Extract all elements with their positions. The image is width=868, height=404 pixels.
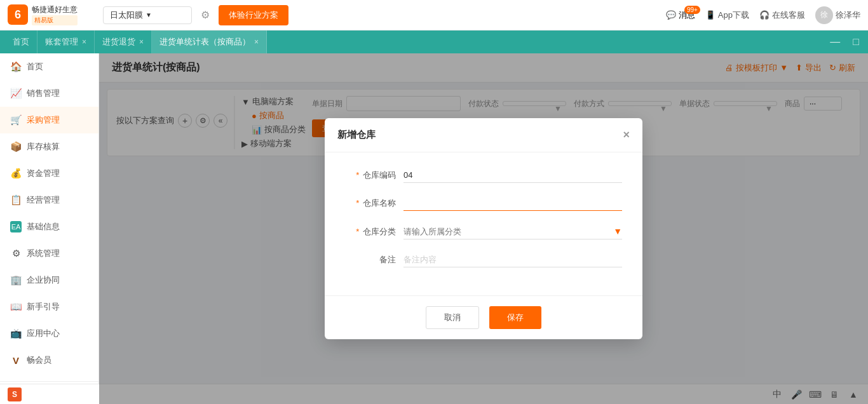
sidebar-item-vip[interactable]: V 畅会员 — [0, 347, 98, 374]
name-input[interactable] — [403, 196, 622, 211]
sidebar-item-basic[interactable]: EA 基础信息 — [0, 213, 98, 240]
inventory-icon: 📦 — [10, 141, 22, 152]
sidebar-item-finance-label: 资金管理 — [27, 168, 60, 179]
note-label: 备注 — [345, 254, 396, 266]
header-right: 💬 消息 99+ 📱 App下载 🎧 在线客服 徐 徐泽华 — [666, 6, 860, 24]
tab-account-close[interactable]: × — [82, 37, 86, 46]
avatar: 徐 — [815, 6, 833, 24]
app-download[interactable]: 📱 App下载 — [705, 10, 749, 21]
gear-icon[interactable]: ⚙ — [198, 6, 212, 24]
tab-home-label: 首页 — [13, 36, 29, 48]
user-name: 徐泽华 — [836, 10, 860, 21]
sidebar-item-guide[interactable]: 📖 新手引导 — [0, 293, 98, 320]
store-selector[interactable]: 日太阳膜 ▼ — [103, 6, 192, 24]
category-select[interactable]: ▼ — [403, 224, 622, 239]
sidebar: 🏠 首页 📈 销售管理 🛒 采购管理 📦 库存核算 💰 资金管理 📋 经营管理 … — [0, 53, 99, 404]
tab-bar: 首页 账套管理 × 进货退货 × 进货单统计表（按商品） × — □ — [0, 30, 868, 53]
form-row-note: 备注 — [345, 252, 622, 267]
tab-home[interactable]: 首页 — [5, 30, 37, 53]
form-row-code: * 仓库编码 — [345, 168, 622, 183]
trial-button[interactable]: 体验行业方案 — [219, 5, 288, 25]
sidebar-item-inventory-label: 库存核算 — [27, 141, 60, 152]
new-warehouse-modal: 新增仓库 × * 仓库编码 * 仓库名称 — [325, 118, 642, 339]
basic-icon: EA — [10, 221, 22, 232]
sidebar-item-operation[interactable]: 📋 经营管理 — [0, 187, 98, 213]
cancel-button[interactable]: 取消 — [426, 306, 479, 329]
sidebar-item-operation-label: 经营管理 — [27, 194, 60, 206]
sidebar-item-sales[interactable]: 📈 销售管理 — [0, 80, 98, 107]
store-name: 日太阳膜 — [110, 10, 143, 21]
s-logo: S — [8, 387, 22, 401]
tab-account[interactable]: 账套管理 × — [37, 30, 95, 53]
save-button[interactable]: 保存 — [489, 306, 541, 329]
sidebar-item-finance[interactable]: 💰 资金管理 — [0, 160, 98, 187]
sidebar-item-guide-label: 新手引导 — [27, 301, 60, 313]
user-area[interactable]: 徐 徐泽华 — [815, 6, 860, 24]
sidebar-item-home-label: 首页 — [27, 61, 43, 72]
code-label: * 仓库编码 — [345, 170, 396, 181]
sidebar-item-vip-label: 畅会员 — [27, 354, 51, 366]
content-area: 进货单统计(按商品) 🖨 按模板打印 ▼ ⬆ 导出 ↻ 刷新 — [99, 53, 868, 404]
required-mark: * — [356, 170, 359, 180]
enterprise-icon: 🏢 — [10, 274, 22, 286]
tab-return-close[interactable]: × — [139, 37, 144, 46]
operation-icon: 📋 — [10, 194, 22, 206]
message-badge: 99+ — [684, 6, 700, 14]
form-row-category: * 仓库分类 ▼ — [345, 224, 622, 239]
tab-stats-close[interactable]: × — [254, 37, 259, 46]
tab-maximize-icon[interactable]: □ — [849, 35, 863, 49]
name-label: * 仓库名称 — [345, 198, 396, 209]
sidebar-item-purchase-label: 采购管理 — [27, 114, 60, 126]
phone-icon: 📱 — [705, 10, 715, 20]
tab-return[interactable]: 进货退货 × — [95, 30, 152, 53]
tab-bar-actions: — □ — [826, 35, 863, 49]
sidebar-item-apps[interactable]: 📺 应用中心 — [0, 320, 98, 347]
sidebar-item-purchase[interactable]: 🛒 采购管理 — [0, 107, 98, 133]
note-input[interactable] — [403, 252, 622, 267]
modal-footer: 取消 保存 — [325, 295, 642, 339]
system-icon: ⚙ — [10, 248, 22, 259]
tab-return-label: 进货退货 — [102, 36, 135, 48]
code-input[interactable] — [403, 168, 622, 183]
sidebar-item-sales-label: 销售管理 — [27, 88, 60, 99]
message-icon: 💬 — [666, 10, 676, 20]
required-mark-3: * — [356, 227, 359, 236]
sidebar-item-enterprise-label: 企业协同 — [27, 274, 60, 286]
category-input[interactable] — [403, 227, 613, 236]
sidebar-item-inventory[interactable]: 📦 库存核算 — [0, 133, 98, 160]
category-label: * 仓库分类 — [345, 226, 396, 238]
modal-title: 新增仓库 — [337, 129, 376, 141]
home-icon: 🏠 — [10, 61, 22, 72]
headset-icon: 🎧 — [759, 10, 770, 20]
chevron-down-icon: ▼ — [146, 11, 152, 18]
tab-minimize-icon[interactable]: — — [826, 35, 844, 49]
tab-stats-label: 进货单统计表（按商品） — [159, 36, 250, 48]
logo-sub: 精易版 — [32, 15, 78, 25]
required-mark-2: * — [356, 198, 359, 208]
logo-text: 畅捷通好生意 — [32, 4, 78, 15]
purchase-icon: 🛒 — [10, 114, 22, 126]
vip-icon: V — [10, 354, 22, 366]
sidebar-item-home[interactable]: 🏠 首页 — [0, 53, 98, 80]
online-service[interactable]: 🎧 在线客服 — [759, 10, 805, 21]
category-dropdown-icon[interactable]: ▼ — [613, 226, 622, 236]
sidebar-item-apps-label: 应用中心 — [27, 328, 60, 339]
avatar-initials: 徐 — [820, 10, 828, 20]
form-row-name: * 仓库名称 — [345, 196, 622, 211]
modal-header: 新增仓库 × — [325, 118, 642, 152]
modal-body: * 仓库编码 * 仓库名称 * 仓库 — [325, 152, 642, 295]
sidebar-item-enterprise[interactable]: 🏢 企业协同 — [0, 267, 98, 293]
main-layout: 🏠 首页 📈 销售管理 🛒 采购管理 📦 库存核算 💰 资金管理 📋 经营管理 … — [0, 53, 868, 404]
sales-icon: 📈 — [10, 88, 22, 99]
sidebar-item-system[interactable]: ⚙ 系统管理 — [0, 240, 98, 267]
logo-icon: 6 — [8, 4, 28, 25]
bottom-left: S — [8, 387, 22, 401]
sidebar-item-system-label: 系统管理 — [27, 248, 60, 259]
modal-close-button[interactable]: × — [623, 128, 630, 142]
top-header: 6 畅捷通好生意 精易版 日太阳膜 ▼ ⚙ 体验行业方案 💬 消息 99+ 📱 … — [0, 0, 868, 30]
sidebar-item-basic-label: 基础信息 — [27, 221, 60, 232]
tab-account-label: 账套管理 — [45, 36, 78, 48]
message-area[interactable]: 💬 消息 99+ — [666, 10, 695, 21]
tab-stats[interactable]: 进货单统计表（按商品） × — [152, 30, 267, 53]
finance-icon: 💰 — [10, 168, 22, 179]
